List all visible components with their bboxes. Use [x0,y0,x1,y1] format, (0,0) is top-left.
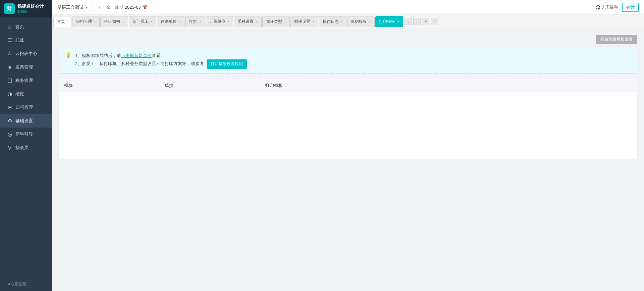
tab-subject-init-label: 科目期初 [104,19,120,25]
tab-operation-log-close[interactable]: × [341,19,343,23]
sidebar-icon-ledger: ☰ [7,37,13,43]
tab-home-label: 首页 [57,19,65,25]
topbar-divider-1 [93,4,93,11]
sidebar-item-ledger[interactable]: ☰ 总账 [0,34,52,47]
tab-measure-unit-close[interactable]: × [227,19,229,23]
tab-inventory[interactable]: 存货 × [185,16,205,27]
tab-currency-close[interactable]: × [256,19,258,23]
company-selector[interactable]: 基层工会测试 ▼ [57,4,89,10]
tab-measure-unit-label: 计量单位 [209,19,225,25]
notice-box: 💡 1、模板添加成功后，请点击刷新新页面查看。 2、多员工、多打印机、多种业务类… [59,47,637,74]
app-subtitle: 旗舰版 [17,9,44,14]
app-title: 畅捷通好会计 [17,4,44,9]
tabs-next-button[interactable]: › [413,18,421,25]
tab-home[interactable]: 首页 ‹ [53,16,71,27]
tab-supplier-close[interactable]: × [179,19,181,23]
sidebar-label-settings: 基础设置 [15,118,33,124]
table-header-document: 单据 [159,79,260,92]
hide-preview-template-button[interactable]: 隐藏预置模板设置 [596,35,637,44]
period-selector[interactable]: 账期 2023-03 📅 [115,4,148,10]
sidebar-label-archive: 归档管理 [15,104,33,110]
kuaiji-button[interactable]: 会计 [622,3,639,12]
sidebar-icon-guide: ◎ [7,131,13,137]
sidebar-icon-closing: ◑ [7,91,13,97]
table-header-print-template: 打印模板 [260,79,637,92]
tabs-prev-button[interactable]: ‹ [405,18,412,25]
support-label: 人工咨询 [602,4,618,10]
period-label: 账期 [115,4,123,10]
print-template-table: 模块 单据 打印模板 [59,79,637,159]
sidebar-item-member[interactable]: V 畅会员 [0,141,52,154]
notice-content: 1、模板添加成功后，请点击刷新新页面查看。 2、多员工、多打印机、多种业务类型设… [75,52,247,69]
topbar-right: 🎧 人工咨询 会计 [595,3,639,12]
tab-currency-label: 币种设置 [237,19,254,25]
tab-operation-log[interactable]: 操作日志 × [319,16,346,27]
sidebar-item-settings[interactable]: ⚙ 基础设置 [0,114,52,128]
tab-single-template-close[interactable]: × [369,19,371,23]
sidebar-icon-archive: ⊞ [7,104,13,110]
sidebar-icon-invoice: ◈ [7,64,13,70]
period-calendar-icon[interactable]: 📅 [142,5,148,10]
support-icon: 🎧 [595,5,600,10]
notice-line2: 2、多员工、多打印机、多种业务类型设置不同打印方案等，请参考 打印场景设置说明 [75,59,247,69]
tabs-close-all-button[interactable]: × [422,18,429,25]
notice-line1: 1、模板添加成功后，请点击刷新新页面查看。 [75,52,247,59]
tabs-expand-button[interactable]: ⤢ [431,18,438,25]
tab-supplier[interactable]: 往来单位 × [157,16,184,27]
add-tab-button[interactable]: ＋ [97,4,102,11]
tab-tax-settings-close[interactable]: × [312,19,314,23]
sidebar-item-home[interactable]: ⌂ 首页 [0,20,52,34]
tab-single-template-label: 单据模板 [351,19,367,25]
sidebar: 财 畅捷通好会计 旗舰版 ⌂ 首页 ☰ 总账 △ 云报表中心 ◈ 发票管理 ❏ … [0,0,52,291]
notice-refresh-link[interactable]: 点击刷新新页面 [121,53,152,58]
sidebar-label-invoice: 发票管理 [15,64,33,70]
settings-button[interactable]: ⚙ [106,4,111,10]
tab-voucher-type[interactable]: 凭证类型 × [262,16,290,27]
hide-preview-btn-container: 隐藏预置模板设置 [59,35,637,44]
sidebar-label-member: 畅会员 [15,145,29,151]
table-header-module: 模块 [59,79,159,92]
sidebar-label-closing: 结账 [15,91,24,97]
sidebar-label-reports: 云报表中心 [15,51,37,57]
sidebar-label-ledger: 总账 [15,37,24,43]
tab-print-template-close[interactable]: × [397,19,399,23]
tab-archive-mgmt[interactable]: 归档管理 × [72,16,100,27]
tab-dept-employee-close[interactable]: × [151,19,153,23]
tab-print-template[interactable]: 打印模板 × [375,16,403,27]
page-content: 隐藏预置模板设置 💡 1、模板添加成功后，请点击刷新新页面查看。 2、多员工、多… [52,28,644,291]
tab-inventory-label: 存货 [189,19,197,25]
sidebar-item-tax[interactable]: ❏ 税务管理 [0,74,52,87]
table-body [59,92,637,159]
tab-dept-employee[interactable]: 部门员工 × [129,16,156,27]
sidebar-item-invoice[interactable]: ◈ 发票管理 [0,60,52,74]
sidebar-item-reports[interactable]: △ 云报表中心 [0,47,52,60]
sidebar-item-archive[interactable]: ⊞ 归档管理 [0,101,52,114]
notice-line1-prefix: 1、模板添加成功后，请 [75,53,121,58]
sidebar-unpin-button[interactable]: ◄取消固定 [0,277,52,291]
company-dropdown-icon: ▼ [85,5,89,9]
support-button[interactable]: 🎧 人工咨询 [595,4,618,10]
tab-voucher-type-label: 凭证类型 [266,19,282,25]
sidebar-icon-reports: △ [7,51,13,57]
sidebar-icon-member: V [7,145,13,151]
tab-tax-settings[interactable]: 财税设置 × [290,16,318,27]
tab-single-template[interactable]: 单据模板 × [347,16,375,27]
tab-inventory-close[interactable]: × [199,19,201,23]
sidebar-logo: 财 畅捷通好会计 旗舰版 [0,0,52,17]
sidebar-icon-settings: ⚙ [7,118,13,124]
tab-currency[interactable]: 币种设置 × [234,16,261,27]
sidebar-logo-text: 畅捷通好会计 旗舰版 [17,4,44,14]
tab-subject-init[interactable]: 科目期初 × [100,16,128,27]
sidebar-label-tax: 税务管理 [15,78,33,84]
tab-voucher-type-close[interactable]: × [284,19,286,23]
print-scene-button[interactable]: 打印场景设置说明 [207,59,247,69]
tab-print-template-label: 打印模板 [379,19,395,25]
tab-measure-unit[interactable]: 计量单位 × [206,16,233,27]
tab-subject-init-close[interactable]: × [122,19,124,23]
sidebar-item-guide[interactable]: ◎ 新手引导 [0,128,52,141]
topbar: 基层工会测试 ▼ ＋ ⚙ 账期 2023-03 📅 🎧 人工咨询 会计 [52,0,644,15]
notice-line1-suffix: 查看。 [152,53,165,58]
sidebar-icon-tax: ❏ [7,78,13,84]
sidebar-item-closing[interactable]: ◑ 结账 [0,87,52,101]
tab-archive-mgmt-close[interactable]: × [94,19,96,23]
